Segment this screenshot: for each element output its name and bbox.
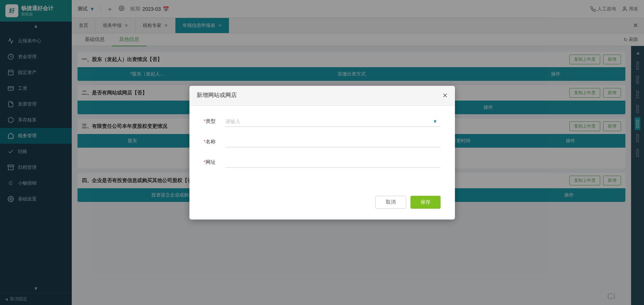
form-field-url: *网址 xyxy=(204,157,441,168)
form-label-name: *名称 xyxy=(204,139,225,145)
name-input-wrap xyxy=(225,137,441,147)
type-input[interactable] xyxy=(225,116,441,127)
required-star-type: * xyxy=(204,118,206,124)
modal-add-website: 新增网站或网店 ✕ *类型 ▼ *名称 xyxy=(189,86,455,219)
required-star-url: * xyxy=(204,159,206,165)
cancel-button[interactable]: 取消 xyxy=(375,196,406,209)
url-input-wrap xyxy=(225,157,441,168)
name-input[interactable] xyxy=(225,137,441,147)
form-field-name: *名称 xyxy=(204,137,441,147)
modal-header: 新增网站或网店 ✕ xyxy=(189,86,455,106)
modal-footer: 取消 保存 xyxy=(189,189,455,219)
modal-title: 新增网站或网店 xyxy=(197,92,237,99)
required-star-name: * xyxy=(204,139,206,144)
form-field-type: *类型 ▼ xyxy=(204,116,441,127)
save-button[interactable]: 保存 xyxy=(410,196,441,209)
form-label-url: *网址 xyxy=(204,159,225,166)
form-label-type: *类型 xyxy=(204,118,225,125)
url-input[interactable] xyxy=(225,157,441,168)
type-input-wrap: ▼ xyxy=(225,116,441,127)
modal-body: *类型 ▼ *名称 *网址 xyxy=(189,106,455,189)
modal-close-button[interactable]: ✕ xyxy=(442,92,448,100)
modal-overlay: 新增网站或网店 ✕ *类型 ▼ *名称 xyxy=(0,0,644,305)
